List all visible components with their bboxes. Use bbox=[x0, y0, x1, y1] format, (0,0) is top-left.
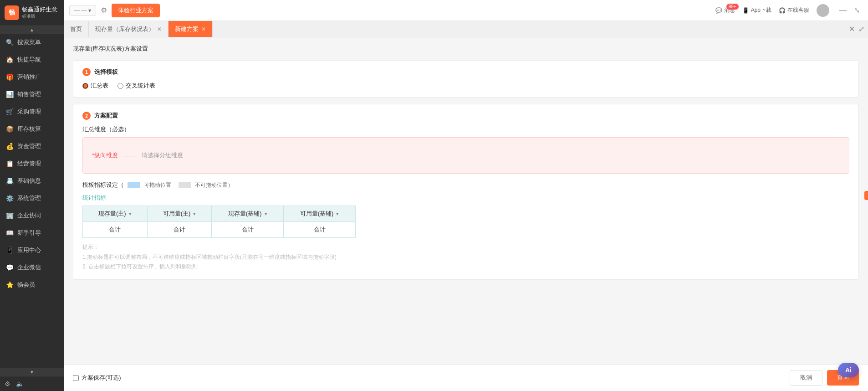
tab-expand-button[interactable]: ✕ ⤢ bbox=[849, 25, 864, 33]
sidebar-logo: 畅 畅赢通好生意 标准版 bbox=[0, 0, 64, 26]
section-template: 1 选择模板 汇总表 交叉统计表 bbox=[73, 60, 859, 98]
footer-bar: 方案保存(可选) 取消 查询 bbox=[64, 364, 868, 391]
col-header-2[interactable]: 现存量(基辅) ▾ bbox=[212, 206, 284, 222]
indicator-label: 模板指标设定（ 可拖动位置 不可拖动位置） bbox=[82, 181, 849, 189]
cell-3: 合计 bbox=[284, 222, 356, 238]
stats-table: 现存量(主) ▾ 可用量(主) ▾ bbox=[82, 206, 356, 238]
fullscreen-icon: ⤢ bbox=[858, 25, 864, 33]
logo-text: 畅赢通好生意 标准版 bbox=[22, 6, 57, 20]
expand-button[interactable]: ⤡ bbox=[851, 5, 863, 15]
cart-icon: 🛒 bbox=[5, 108, 14, 115]
sidebar-item-search[interactable]: 🔍 搜索菜单 bbox=[0, 34, 64, 51]
section1-header: 1 选择模板 bbox=[82, 68, 849, 76]
chat-icon: 💬 bbox=[5, 264, 14, 271]
message-button[interactable]: 💬 消息 99+ bbox=[715, 6, 735, 14]
col-header-1[interactable]: 可用量(主) ▾ bbox=[147, 206, 212, 222]
cell-1: 合计 bbox=[147, 222, 212, 238]
section2-title: 方案配置 bbox=[94, 112, 118, 120]
page-title: 现存量(库存状况表)方案设置 bbox=[73, 45, 859, 53]
section1-title: 选择模板 bbox=[94, 68, 118, 76]
sidebar-scroll-down[interactable]: ▼ bbox=[0, 368, 64, 376]
sidebar-item-member[interactable]: ⭐ 畅会员 bbox=[0, 276, 64, 293]
tips-area: 提示： 1.拖动标题栏可以调整布局，不可跨维度或指标区域拖动栏目字段(只能在同一… bbox=[82, 242, 849, 272]
sidebar-item-appstore[interactable]: 📱 应用中心 bbox=[0, 242, 64, 259]
sidebar-item-marketing[interactable]: 🎁 营销推广 bbox=[0, 68, 64, 86]
tabbar: 首页 现存量（库存状况表） ✕ 新建方案 ✕ ✕ ⤢ bbox=[64, 21, 868, 37]
radio-cross-input[interactable] bbox=[117, 83, 123, 89]
tab-new-scheme[interactable]: 新建方案 ✕ bbox=[168, 21, 213, 37]
dimension-label: 汇总维度（必选） bbox=[82, 125, 849, 134]
right-panel-toggle[interactable] bbox=[864, 191, 868, 200]
settings-icon[interactable]: ⚙ bbox=[5, 380, 10, 387]
tab-inventory[interactable]: 现存量（库存状况表） ✕ bbox=[89, 21, 168, 37]
app-download-button[interactable]: 📱 App下载 bbox=[742, 6, 771, 14]
tab-inventory-close[interactable]: ✕ bbox=[157, 26, 162, 32]
radio-cross[interactable]: 交叉统计表 bbox=[117, 82, 155, 90]
tab-home[interactable]: 首页 bbox=[64, 21, 89, 37]
book-icon: 📖 bbox=[5, 229, 14, 237]
trial-button[interactable]: 体验行业方案 bbox=[112, 4, 160, 17]
sidebar-item-shortcut[interactable]: 🏠 快捷导航 bbox=[0, 51, 64, 68]
card-icon: 📇 bbox=[5, 177, 14, 185]
sidebar-nav: 🔍 搜索菜单 🏠 快捷导航 🎁 营销推广 📊 销售管理 🛒 采购管理 📦 库存核… bbox=[0, 34, 64, 368]
save-checkbox[interactable] bbox=[73, 375, 79, 381]
dimension-config-area[interactable]: *纵向维度 —— 请选择分组维度 bbox=[82, 137, 849, 174]
content-area: 现存量(库存状况表)方案设置 1 选择模板 汇总表 交叉统计表 bbox=[64, 37, 868, 391]
sidebar-item-wechat[interactable]: 💬 企业微信 bbox=[0, 259, 64, 276]
sidebar-item-basic[interactable]: 📇 基础信息 bbox=[0, 172, 64, 190]
sidebar-item-business[interactable]: 📋 经营管理 bbox=[0, 155, 64, 172]
minimize-button[interactable]: — bbox=[837, 5, 849, 15]
speaker-icon[interactable]: 🔈 bbox=[16, 380, 24, 387]
tip-0: 1.拖动标题栏可以调整布局，不可跨维度或指标区域拖动栏目字段(只能在同一维度或指… bbox=[82, 254, 337, 260]
col-header-3[interactable]: 可用量(基辅) ▾ bbox=[284, 206, 356, 222]
section2-header: 2 方案配置 bbox=[82, 112, 849, 120]
topbar-left: — — ▾ ⚙ 体验行业方案 bbox=[69, 4, 712, 17]
save-option[interactable]: 方案保存(可选) bbox=[73, 374, 121, 382]
template-radio-group: 汇总表 交叉统计表 bbox=[82, 82, 849, 90]
box-icon: 📦 bbox=[5, 125, 14, 133]
close-icon: ✕ bbox=[849, 25, 855, 33]
message-icon: 💬 bbox=[715, 7, 722, 14]
chevron-2-icon: ▾ bbox=[265, 211, 267, 217]
window-controls: — ⤡ bbox=[837, 5, 863, 15]
cancel-button[interactable]: 取消 bbox=[790, 370, 822, 386]
gear-icon: ⚙️ bbox=[5, 195, 14, 202]
clipboard-icon: 📋 bbox=[5, 160, 14, 167]
radio-summary[interactable]: 汇总表 bbox=[82, 82, 108, 90]
sidebar-item-sales[interactable]: 📊 销售管理 bbox=[0, 86, 64, 103]
tip-1: 2. 点击标题栏下拉可设置排序、插入列和删除列 bbox=[82, 263, 198, 270]
movable-label-text: 可拖动位置 bbox=[144, 181, 171, 189]
cell-2: 合计 bbox=[212, 222, 284, 238]
sidebar-item-inventory[interactable]: 📦 库存核算 bbox=[0, 120, 64, 138]
sidebar: 畅 畅赢通好生意 标准版 ▲ 🔍 搜索菜单 🏠 快捷导航 🎁 营销推广 📊 销售… bbox=[0, 0, 64, 391]
stats-title: 统计指标 bbox=[82, 194, 849, 202]
ai-bubble[interactable]: Ai bbox=[838, 363, 859, 377]
home-icon: 🏠 bbox=[5, 56, 14, 63]
online-service-button[interactable]: 🎧 在线客服 bbox=[779, 6, 809, 14]
dim-placeholder: 请选择分组维度 bbox=[142, 151, 183, 159]
indicator-label-text: 模板指标设定（ bbox=[82, 181, 124, 189]
topbar-gear-icon[interactable]: ⚙ bbox=[99, 4, 109, 16]
main-area: — — ▾ ⚙ 体验行业方案 💬 消息 99+ 📱 App下载 🎧 在线客服 — bbox=[64, 0, 868, 391]
scheme-selector[interactable]: — — ▾ bbox=[69, 5, 96, 16]
sidebar-bottom: ⚙ 🔈 bbox=[0, 376, 64, 391]
tab-new-scheme-close[interactable]: ✕ bbox=[201, 26, 206, 32]
radio-summary-input[interactable] bbox=[82, 83, 88, 89]
sidebar-item-finance[interactable]: 💰 资金管理 bbox=[0, 138, 64, 155]
user-avatar[interactable] bbox=[817, 4, 829, 17]
sidebar-item-enterprise[interactable]: 🏢 企业协同 bbox=[0, 207, 64, 224]
cell-0: 合计 bbox=[83, 222, 148, 238]
step1-badge: 1 bbox=[82, 68, 91, 76]
chevron-0-icon: ▾ bbox=[129, 211, 132, 217]
chevron-1-icon: ▾ bbox=[193, 211, 196, 217]
sidebar-item-system[interactable]: ⚙️ 系统管理 bbox=[0, 190, 64, 207]
movable-badge bbox=[128, 182, 140, 188]
sidebar-item-purchase[interactable]: 🛒 采购管理 bbox=[0, 103, 64, 120]
mobile-icon: 📱 bbox=[5, 247, 14, 254]
chevron-3-icon: ▾ bbox=[336, 211, 339, 217]
col-header-0[interactable]: 现存量(主) ▾ bbox=[83, 206, 148, 222]
table-row: 合计 合计 合计 合计 bbox=[83, 222, 356, 238]
scheme-selector-text: — — bbox=[74, 7, 87, 14]
sidebar-item-guide[interactable]: 📖 新手引导 bbox=[0, 224, 64, 242]
sidebar-scroll-up[interactable]: ▲ bbox=[0, 26, 64, 34]
